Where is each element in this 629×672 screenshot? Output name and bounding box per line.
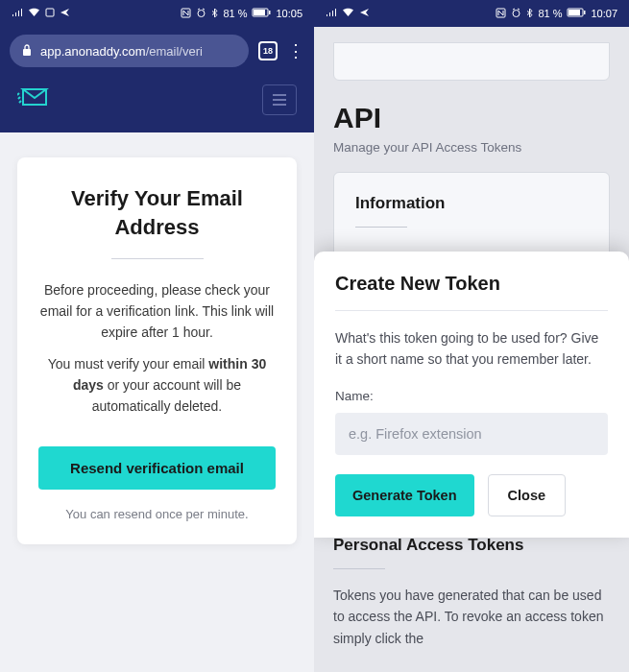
lock-icon — [21, 43, 33, 60]
resend-verification-button[interactable]: Resend verification email — [38, 446, 276, 490]
screen-verify-email: 81 % 10:05 app.anonaddy.com/email/veri 1… — [0, 0, 314, 672]
modal-title: Create New Token — [335, 273, 608, 295]
screen-api-tokens: 81 % 10:07 API Manage your API Access To… — [314, 0, 629, 672]
status-bar: 81 % 10:05 — [0, 0, 314, 27]
token-name-input[interactable] — [335, 413, 608, 455]
svg-rect-6 — [23, 49, 31, 56]
clock: 10:07 — [591, 8, 617, 19]
verify-email-card: Verify Your Email Address Before proceed… — [17, 157, 297, 544]
signal-icon — [326, 8, 337, 19]
svg-rect-10 — [569, 10, 580, 15]
svg-rect-11 — [584, 11, 586, 14]
previous-card-fragment — [333, 42, 610, 81]
clock: 10:05 — [276, 8, 302, 19]
browser-chrome: app.anonaddy.com/email/veri 18 ⋮ — [0, 27, 314, 75]
send-icon — [359, 8, 370, 19]
api-page: API Manage your API Access Tokens Inform… — [314, 27, 629, 257]
url-text: app.anonaddy.com/email/veri — [40, 44, 203, 59]
card-title: Verify Your Email Address — [38, 184, 276, 241]
battery-icon — [567, 8, 586, 19]
page-title: API — [333, 102, 610, 134]
divider — [111, 258, 204, 259]
generate-token-button[interactable]: Generate Token — [335, 474, 474, 516]
divider — [333, 568, 385, 569]
volte-icon — [45, 8, 55, 19]
create-token-modal: Create New Token What's this token going… — [314, 252, 629, 538]
wifi-icon — [28, 8, 40, 19]
alarm-icon — [196, 8, 206, 20]
personal-tokens-heading: Personal Access Tokens — [333, 536, 610, 555]
information-card: Information — [333, 172, 610, 257]
overflow-menu-icon[interactable]: ⋮ — [287, 42, 304, 60]
status-bar: 81 % 10:07 — [314, 0, 629, 27]
battery-pct: 81 % — [223, 8, 247, 19]
close-button[interactable]: Close — [488, 474, 567, 516]
battery-pct: 81 % — [538, 8, 562, 19]
svg-point-8 — [513, 10, 520, 16]
send-icon — [60, 8, 70, 19]
nfc-icon — [496, 8, 506, 20]
bluetooth-icon — [211, 8, 218, 20]
address-bar[interactable]: app.anonaddy.com/email/veri — [10, 35, 249, 67]
card-paragraph-1: Before proceeding, please check your ema… — [38, 280, 276, 343]
tokens-description: Tokens you have generated that can be us… — [333, 585, 610, 649]
svg-rect-0 — [46, 9, 54, 16]
page-subtitle: Manage your API Access Tokens — [333, 140, 610, 155]
menu-button[interactable] — [262, 84, 297, 115]
svg-point-2 — [198, 10, 205, 16]
app-header — [0, 75, 314, 132]
resend-note: You can resend once per minute. — [38, 507, 276, 521]
svg-rect-4 — [254, 10, 265, 15]
card-paragraph-2: You must verify your email within 30 day… — [38, 354, 276, 417]
bluetooth-icon — [526, 8, 533, 20]
tab-count[interactable]: 18 — [258, 41, 278, 60]
divider — [335, 310, 608, 311]
signal-icon — [12, 8, 23, 19]
svg-rect-5 — [269, 11, 271, 14]
modal-description: What's this token going to be used for? … — [335, 328, 608, 370]
wifi-icon — [342, 8, 354, 19]
name-label: Name: — [335, 389, 608, 403]
app-logo-icon[interactable] — [17, 85, 52, 114]
information-heading: Information — [355, 194, 588, 213]
nfc-icon — [181, 8, 191, 20]
alarm-icon — [511, 8, 521, 20]
tokens-card-fragment: Personal Access Tokens Tokens you have g… — [333, 536, 610, 649]
battery-icon — [252, 8, 271, 19]
divider — [355, 227, 407, 228]
